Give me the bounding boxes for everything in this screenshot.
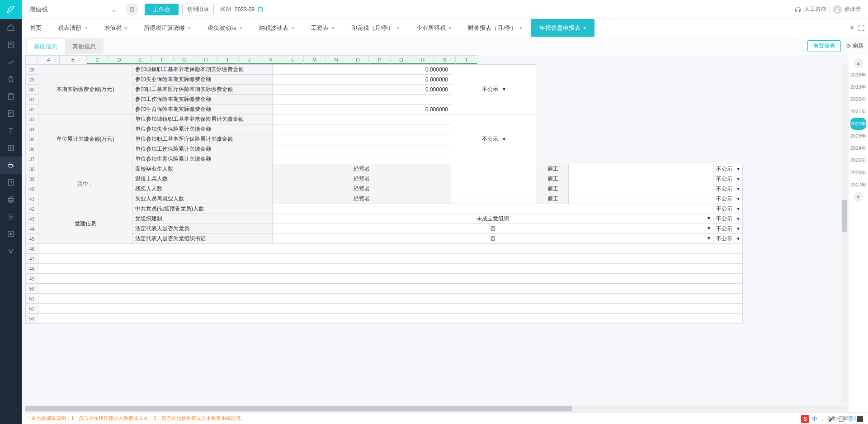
dropdown-cell[interactable]: 不公示 ▾ xyxy=(451,65,537,114)
cell[interactable]: 其中： xyxy=(38,164,132,204)
cell[interactable]: 0.000000 xyxy=(273,65,451,75)
dropdown-cell[interactable]: 否▾ xyxy=(273,234,713,244)
dropdown-cell[interactable]: 不公示 ▾ xyxy=(713,224,743,234)
close-icon[interactable]: × xyxy=(291,24,295,31)
cell[interactable]: 经营者 xyxy=(273,164,451,174)
tab-所得税汇算清缴[interactable]: 所得税汇算清缴× xyxy=(136,19,199,37)
cell[interactable] xyxy=(273,124,451,134)
col-header[interactable]: Q xyxy=(391,55,412,64)
cell[interactable] xyxy=(38,314,743,324)
cell[interactable] xyxy=(273,134,451,144)
cell[interactable]: 单位累计欠缴金额(万元) xyxy=(38,114,132,164)
cell[interactable]: 50 xyxy=(26,284,38,294)
year-option[interactable]: 2025年 xyxy=(850,154,866,167)
col-header[interactable]: K xyxy=(260,55,282,64)
close-icon[interactable]: × xyxy=(331,24,335,31)
tab-纳税波动表[interactable]: 纳税波动表× xyxy=(251,19,303,37)
tab-企业所得税[interactable]: 企业所得税× xyxy=(408,19,460,37)
cell[interactable]: 46 xyxy=(26,244,38,254)
cell[interactable]: 单位参加职工基本医疗保险累计欠缴金额 xyxy=(132,134,273,144)
year-option[interactable]: 2026年 xyxy=(850,167,866,179)
close-icon[interactable]: × xyxy=(188,24,191,31)
calendar-icon[interactable] xyxy=(257,6,264,13)
cell[interactable] xyxy=(451,194,537,204)
ime-item[interactable]: 🎤 xyxy=(828,416,835,422)
cell[interactable] xyxy=(451,184,537,194)
cell[interactable]: 52 xyxy=(26,304,38,314)
refresh-button[interactable]: ⟳ 刷新 xyxy=(846,42,863,50)
nav-cup-icon[interactable] xyxy=(0,157,22,174)
cell[interactable] xyxy=(273,95,451,105)
cell[interactable]: 44 xyxy=(26,224,38,234)
year-option[interactable]: 2021年 xyxy=(850,105,866,118)
year-option[interactable]: 2024年 xyxy=(850,142,866,154)
nav-play-icon[interactable] xyxy=(0,225,22,243)
cell[interactable] xyxy=(451,164,537,174)
headset-icon[interactable] xyxy=(794,6,802,13)
cell[interactable]: 党组织建制 xyxy=(132,214,273,224)
period-value[interactable]: 2023-09 xyxy=(235,6,255,13)
cell[interactable]: 经营者 xyxy=(273,184,451,194)
cell[interactable]: 经营者 xyxy=(273,174,451,184)
cell[interactable] xyxy=(38,254,743,264)
year-up-icon[interactable]: ▲ xyxy=(854,58,863,68)
cell[interactable]: 单位参加工伤保险累计欠缴金额 xyxy=(132,144,273,154)
cell[interactable]: 参加失业保险本期实际缴费金额 xyxy=(132,75,273,85)
nav-chart-icon[interactable] xyxy=(0,53,22,71)
nav-doc-icon[interactable] xyxy=(0,36,22,53)
reset-report-button[interactable]: 重置报表 xyxy=(807,40,841,52)
cell[interactable]: 32 xyxy=(26,105,38,114)
col-header[interactable]: I xyxy=(217,55,239,64)
tab-增值税[interactable]: 增值税× xyxy=(96,19,136,37)
cell[interactable]: 参加城镇职工基本养老保险本期实际缴费金额 xyxy=(132,65,273,75)
cell[interactable]: 53 xyxy=(26,314,38,324)
cell[interactable]: 29 xyxy=(26,75,38,85)
year-option[interactable]: 2018年 xyxy=(850,69,866,81)
tab-税表清册[interactable]: 税表清册× xyxy=(50,19,96,37)
cell[interactable] xyxy=(273,204,713,214)
col-header[interactable]: C xyxy=(87,55,108,64)
nav-clip-icon[interactable] xyxy=(0,88,22,105)
col-header[interactable]: S xyxy=(434,55,456,64)
cell[interactable]: 党建信息 xyxy=(38,204,132,244)
cell[interactable] xyxy=(38,264,743,274)
close-icon[interactable]: × xyxy=(448,24,452,31)
cell[interactable]: 参加工伤保险本期实际缴费金额 xyxy=(132,95,273,105)
switch-old-button[interactable]: 切到旧版 xyxy=(182,4,214,15)
cell[interactable] xyxy=(38,294,743,304)
cell[interactable] xyxy=(569,164,713,174)
cell[interactable]: 31 xyxy=(26,95,38,105)
close-all-tabs-icon[interactable]: × xyxy=(849,23,854,33)
cell[interactable]: 高校毕业生人数 xyxy=(132,164,273,174)
year-down-icon[interactable]: ▼ xyxy=(854,192,863,202)
nav-home-icon[interactable] xyxy=(0,19,22,36)
col-header[interactable]: O xyxy=(347,55,369,64)
cell[interactable]: 参加生育保险本期实际缴费金额 xyxy=(132,105,273,114)
cell[interactable]: 42 xyxy=(26,204,38,214)
avatar-icon[interactable] xyxy=(833,5,842,14)
col-header[interactable]: L xyxy=(282,55,304,64)
close-icon[interactable]: × xyxy=(240,24,243,31)
horizontal-scrollbar[interactable] xyxy=(25,405,848,412)
cell[interactable]: 45 xyxy=(26,234,38,244)
tab-税负波动表[interactable]: 税负波动表× xyxy=(199,19,251,37)
cell[interactable]: 参加职工基本医疗保险本期实际缴费金额 xyxy=(132,85,273,95)
dropdown-cell[interactable]: 不公示 ▾ xyxy=(713,174,743,184)
tab-财务报表（月/季）[interactable]: 财务报表（月/季）× xyxy=(460,19,531,37)
cell[interactable]: 34 xyxy=(26,124,38,134)
dropdown-cell[interactable]: 不公示 ▾ xyxy=(713,214,743,224)
workbench-button[interactable]: 工作台 xyxy=(145,4,179,15)
ime-item[interactable]: 📋 xyxy=(838,416,844,422)
vertical-scrollbar[interactable] xyxy=(841,64,848,404)
support-label[interactable]: 人工咨询 xyxy=(804,5,826,13)
close-icon[interactable]: × xyxy=(84,24,88,31)
cell[interactable]: 残疾人人数 xyxy=(132,184,273,194)
subtab-basic[interactable]: 基础信息 xyxy=(26,38,65,54)
cell[interactable] xyxy=(273,144,451,154)
dropdown-cell[interactable]: 否▾ xyxy=(273,224,713,234)
col-header[interactable] xyxy=(25,55,38,64)
cell[interactable] xyxy=(569,194,713,204)
ime-item[interactable]: 中 xyxy=(812,415,817,423)
cell[interactable]: 本期实际缴费金额(万元) xyxy=(38,65,132,114)
ime-logo-icon[interactable]: S xyxy=(801,415,809,423)
